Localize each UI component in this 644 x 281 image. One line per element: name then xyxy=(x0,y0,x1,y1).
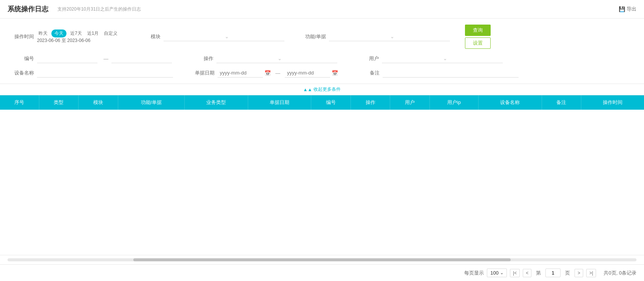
filter-row-1: 操作时间 昨天 今天 近7天 近1月 自定义 2023-06-06 至 2023… xyxy=(8,25,636,49)
pagination-bar: 每页显示 100 ⌄ |< < 第 页 > >| 共0页, 0条记录 xyxy=(0,264,644,281)
number-label: 编号 xyxy=(8,55,34,62)
module-dropdown-icon: ⌄ xyxy=(225,34,282,39)
device-name-input[interactable] xyxy=(37,68,173,78)
module-label: 模块 xyxy=(134,33,161,40)
page-container: 系统操作日志 支持2020年10月31日之后产生的操作日志 💾 导出 操作时间 … xyxy=(0,0,644,281)
next-page-button[interactable]: > xyxy=(575,269,583,277)
page-text-prefix: 第 xyxy=(536,270,541,276)
per-page-value: 100 xyxy=(490,270,499,276)
table-header-row: 序号 类型 模块 功能/单据 业务类型 单据日期 编号 操作 用户 用户ip 设… xyxy=(0,95,644,110)
doc-date-start-input[interactable] xyxy=(218,68,263,78)
user-label: 用户 xyxy=(352,55,379,62)
collapse-bar: ▲▲ 收起更多条件 xyxy=(0,84,644,95)
operation-label: 操作 xyxy=(187,55,213,62)
number-end-input[interactable] xyxy=(111,54,172,63)
time-btn-custom[interactable]: 自定义 xyxy=(102,29,119,37)
settings-button[interactable]: 设置 xyxy=(465,37,491,49)
doc-date-group: 📅 — 📅 xyxy=(218,68,338,78)
time-filter-container: 昨天 今天 近7天 近1月 自定义 2023-06-06 至 2023-06-0… xyxy=(37,29,119,44)
col-op-time: 操作时间 xyxy=(581,95,644,110)
operation-dropdown-icon: ⌄ xyxy=(278,56,335,61)
time-btn-yesterday[interactable]: 昨天 xyxy=(37,29,49,37)
page-header: 系统操作日志 支持2020年10月31日之后产生的操作日志 💾 导出 xyxy=(0,0,644,19)
col-remark: 备注 xyxy=(542,95,581,110)
time-range-text: 2023-06-06 至 2023-06-06 xyxy=(37,37,119,44)
time-label: 操作时间 xyxy=(8,33,34,40)
filter-area: 操作时间 昨天 今天 近7天 近1月 自定义 2023-06-06 至 2023… xyxy=(0,19,644,84)
col-doc-date: 单据日期 xyxy=(248,95,311,110)
per-page-label: 每页显示 xyxy=(464,270,484,276)
remark-label: 备注 xyxy=(353,70,380,76)
export-icon: 💾 xyxy=(619,6,625,12)
number-separator: — xyxy=(103,56,108,62)
export-label: 导出 xyxy=(627,6,636,12)
operation-select[interactable]: ⌄ xyxy=(216,54,337,63)
time-btn-last1month[interactable]: 近1月 xyxy=(86,29,100,37)
total-text: 共0页, 0条记录 xyxy=(604,270,636,276)
action-buttons: 查询 设置 xyxy=(465,25,491,49)
scrollbar-track xyxy=(8,258,636,261)
col-operation: 操作 xyxy=(351,95,390,110)
time-filter-group: 昨天 今天 近7天 近1月 自定义 xyxy=(37,29,119,37)
page-text-suffix: 页 xyxy=(565,270,570,276)
function-label: 功能/单据 xyxy=(300,33,326,40)
module-select[interactable]: ⌄ xyxy=(164,32,284,41)
col-user: 用户 xyxy=(390,95,429,110)
export-button[interactable]: 💾 导出 xyxy=(619,6,636,12)
doc-date-end-input[interactable] xyxy=(285,68,330,78)
per-page-dropdown-icon: ⌄ xyxy=(500,270,503,275)
col-function: 功能/单据 xyxy=(118,95,184,110)
time-btn-last7[interactable]: 近7天 xyxy=(69,29,83,37)
time-btn-today[interactable]: 今天 xyxy=(51,29,66,37)
prev-page-button[interactable]: < xyxy=(523,269,531,277)
filter-row-3: 设备名称 单据日期 📅 — 📅 备注 xyxy=(8,68,636,78)
col-type: 类型 xyxy=(39,95,78,110)
table-body xyxy=(0,110,644,238)
first-page-button[interactable]: |< xyxy=(510,269,520,277)
collapse-button[interactable]: ▲▲ 收起更多条件 xyxy=(303,86,341,93)
calendar-start-icon[interactable]: 📅 xyxy=(264,70,271,76)
user-select[interactable]: ⌄ xyxy=(382,54,503,63)
table-head: 序号 类型 模块 功能/单据 业务类型 单据日期 编号 操作 用户 用户ip 设… xyxy=(0,95,644,110)
last-page-button[interactable]: >| xyxy=(586,269,596,277)
col-number: 编号 xyxy=(311,95,351,110)
col-device-name: 设备名称 xyxy=(478,95,542,110)
user-dropdown-icon: ⌄ xyxy=(443,56,500,61)
col-seq: 序号 xyxy=(0,95,39,110)
col-user-ip: 用户ip xyxy=(429,95,478,110)
remark-input[interactable] xyxy=(383,68,519,78)
doc-date-label: 单据日期 xyxy=(188,70,215,76)
function-select[interactable]: ⌄ xyxy=(329,32,450,41)
number-start-input[interactable] xyxy=(37,54,97,63)
filter-row-2: 编号 — 操作 ⌄ 用户 ⌄ xyxy=(8,54,636,63)
scrollbar-area xyxy=(0,255,644,264)
page-number-input[interactable] xyxy=(545,269,561,277)
query-button[interactable]: 查询 xyxy=(465,25,491,36)
data-table: 序号 类型 模块 功能/单据 业务类型 单据日期 编号 操作 用户 用户ip 设… xyxy=(0,95,644,238)
page-subtitle: 支持2020年10月31日之后产生的操作日志 xyxy=(57,6,141,12)
collapse-chevron-icon: ▲▲ xyxy=(303,87,312,92)
table-container: 序号 类型 模块 功能/单据 业务类型 单据日期 编号 操作 用户 用户ip 设… xyxy=(0,95,644,255)
function-dropdown-icon: ⌄ xyxy=(390,34,448,39)
device-label: 设备名称 xyxy=(8,70,34,76)
per-page-select[interactable]: 100 ⌄ xyxy=(487,269,507,277)
collapse-label: 收起更多条件 xyxy=(314,86,341,93)
calendar-end-icon[interactable]: 📅 xyxy=(332,70,338,76)
col-biz-type: 业务类型 xyxy=(185,95,248,110)
date-separator: — xyxy=(275,70,280,76)
col-module: 模块 xyxy=(79,95,118,110)
scrollbar-thumb[interactable] xyxy=(133,258,511,261)
page-title: 系统操作日志 xyxy=(8,5,48,14)
